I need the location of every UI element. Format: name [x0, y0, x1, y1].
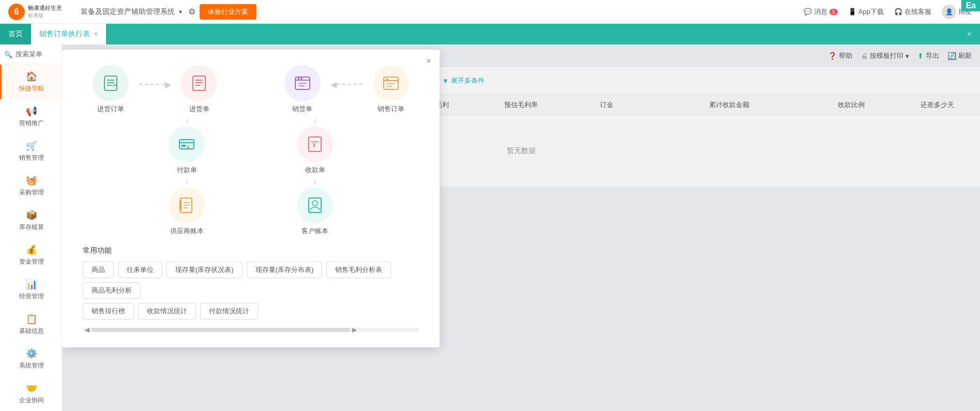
sidebar-label-marketing: 营销推广: [19, 119, 44, 128]
flow-diagram: 进货订单 ▶ 进货单: [83, 65, 419, 236]
node-customer-ledger: 客户账本: [284, 187, 346, 236]
sidebar-item-purchase[interactable]: 🧺 采购管理: [0, 169, 62, 203]
sales-order-circle[interactable]: [284, 65, 321, 101]
app-download-item[interactable]: 📱 App下载: [848, 7, 884, 17]
logo-sub: 标准版: [28, 12, 62, 19]
purchase-receipt-label: 进货单: [189, 104, 209, 114]
svg-rect-27: [179, 200, 182, 211]
svg-text:¥: ¥: [312, 142, 316, 149]
func-btn-7[interactable]: 收款情况统计: [138, 303, 196, 319]
system-dropdown-icon[interactable]: ▾: [179, 8, 182, 16]
sidebar-item-finance[interactable]: 💰 资金管理: [0, 238, 62, 272]
func-btn-4[interactable]: 销售毛利分析表: [326, 262, 391, 278]
online-service-item[interactable]: 🎧 在线客服: [894, 7, 931, 17]
main-layout: 🔍 搜索菜单 🏠 快捷导航 📢 营销推广 🛒 销售管理 🧺 采购管理 📦 库存核…: [0, 44, 980, 411]
customer-ledger-circle[interactable]: [297, 187, 333, 223]
tab-home[interactable]: 首页: [0, 24, 31, 44]
svg-rect-21: [182, 145, 186, 147]
message-icon: 💬: [804, 8, 812, 16]
sidebar-label-inventory: 库存核算: [19, 223, 44, 232]
message-item[interactable]: 💬 消息 5: [804, 7, 838, 17]
function-grid-2: 销售排行榜 收款情况统计 付款情况统计: [83, 303, 419, 319]
sidebar-item-marketing[interactable]: 📢 营销推广: [0, 99, 62, 134]
purchase-order-circle[interactable]: [93, 65, 129, 101]
receipt-circle[interactable]: ¥: [297, 126, 333, 162]
sidebar-label-system: 系统管理: [19, 361, 44, 370]
top-header: 6 畅康通好生意 标准版 装备及固定资产辅助管理系统 ▾ ⚙ 体验行业方案 💬 …: [0, 0, 980, 24]
header-right: 💬 消息 5 📱 App下载 🎧 在线客服 👤 用友 Ea: [804, 5, 972, 19]
func-btn-5[interactable]: 商品毛利分析: [83, 282, 141, 299]
headset-icon: 🎧: [894, 8, 902, 16]
tab-home-label: 首页: [8, 29, 23, 39]
scroll-right-icon[interactable]: ▶: [350, 326, 359, 333]
svg-point-32: [312, 201, 318, 206]
func-btn-6[interactable]: 销售排行榜: [83, 303, 134, 319]
system-name-text: 装备及固定资产辅助管理系统: [81, 7, 175, 17]
sidebar-label-finance: 资金管理: [19, 257, 44, 266]
logo-text-block: 畅康通好生意 标准版: [28, 4, 62, 19]
app-download-label: App下载: [858, 7, 884, 17]
gear-icon[interactable]: ⚙: [188, 7, 195, 17]
trial-button[interactable]: 体验行业方案: [200, 4, 257, 20]
sidebar-item-system[interactable]: ⚙️ 系统管理: [0, 342, 62, 376]
sales-order2-circle[interactable]: [373, 65, 409, 101]
message-badge: 5: [830, 9, 838, 15]
online-service-label: 在线客服: [904, 7, 931, 17]
node-purchase-receipt: 进货单: [171, 65, 228, 114]
modal-close-btn[interactable]: ×: [426, 56, 431, 67]
tab-bar-close[interactable]: ×: [967, 29, 980, 39]
svg-text:¥: ¥: [186, 144, 190, 150]
sales-icon: 🛒: [26, 140, 37, 151]
search-label: 搜索菜单: [16, 50, 42, 59]
sales-order2-label: 销售订单: [378, 104, 404, 114]
payment-circle[interactable]: ¥: [169, 126, 205, 162]
system-name-area: 装备及固定资产辅助管理系统 ▾ ⚙ 体验行业方案: [70, 4, 804, 20]
sidebar-label-purchase: 采购管理: [19, 188, 44, 197]
node-payment: ¥ 付款单: [156, 126, 218, 175]
message-label: 消息: [814, 7, 827, 17]
scroll-left-icon[interactable]: ◀: [83, 326, 92, 333]
common-functions: 常用功能 商品 往来单位 现存量(库存状况表) 现存量(库存分布表) 销售毛利分…: [83, 246, 419, 319]
search-icon: 🔍: [4, 51, 12, 58]
purchase-receipt-circle[interactable]: [181, 65, 217, 101]
logo-area: 6 畅康通好生意 标准版: [8, 4, 70, 20]
system-icon: ⚙️: [26, 348, 37, 359]
management-icon: 📊: [26, 279, 37, 290]
sidebar-item-sales[interactable]: 🛒 销售管理: [0, 134, 62, 169]
sidebar-item-inventory[interactable]: 📦 库存核算: [0, 203, 62, 238]
supplier-ledger-circle[interactable]: [169, 187, 205, 223]
receipt-label: 收款单: [305, 165, 325, 175]
func-btn-0[interactable]: 商品: [83, 262, 114, 278]
sidebar-search[interactable]: 🔍 搜索菜单: [0, 44, 62, 65]
svg-point-11: [300, 78, 303, 80]
ea-badge: Ea: [961, 0, 980, 11]
func-btn-8[interactable]: 付款情况统计: [200, 303, 258, 319]
sidebar-item-management[interactable]: 📊 经营管理: [0, 272, 62, 307]
node-sales-order2: 销售订单: [363, 65, 419, 114]
scrollbar-thumb[interactable]: [92, 328, 350, 332]
tab-close-icon[interactable]: ×: [94, 31, 98, 38]
function-grid: 商品 往来单位 现存量(库存状况表) 现存量(库存分布表) 销售毛利分析表 商品…: [83, 262, 419, 299]
sidebar-item-collab[interactable]: 🤝 企业协同: [0, 376, 62, 411]
svg-rect-16: [386, 79, 388, 81]
inventory-icon: 📦: [26, 209, 37, 221]
tab-sales-order[interactable]: 销售订单执行表 ×: [31, 24, 106, 44]
home-icon: 🏠: [26, 71, 37, 82]
func-btn-3[interactable]: 现存量(库存分布表): [247, 262, 323, 278]
node-sales-order: 销货单: [274, 65, 330, 114]
sidebar-item-basic[interactable]: 📋 基础信息: [0, 307, 62, 342]
supplier-ledger-label: 供应商账本: [170, 226, 204, 236]
modal-scrollbar: ◀ ▶: [83, 328, 419, 332]
func-btn-1[interactable]: 往来单位: [118, 262, 162, 278]
purchase-icon: 🧺: [26, 175, 37, 186]
sidebar-item-quicknav[interactable]: 🏠 快捷导航: [0, 65, 62, 99]
func-btn-2[interactable]: 现存量(库存状况表): [167, 262, 243, 278]
collab-icon: 🤝: [26, 383, 37, 394]
basic-icon: 📋: [26, 313, 37, 325]
node-purchase-order: 进货订单: [83, 65, 139, 114]
customer-ledger-label: 客户账本: [301, 226, 328, 236]
modal-box: × 进货订单: [62, 50, 440, 347]
finance-icon: 💰: [26, 244, 37, 255]
sidebar-label-basic: 基础信息: [19, 327, 44, 336]
sidebar-label-quicknav: 快捷导航: [19, 84, 44, 93]
